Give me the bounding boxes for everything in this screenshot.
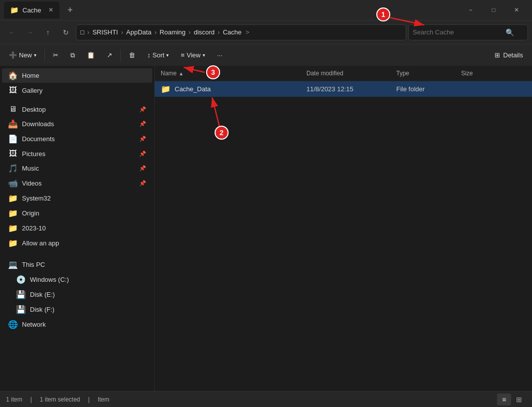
sidebar-item-downloads[interactable]: 📥 Downloads 📌 <box>2 117 152 131</box>
folder-icon: 📁 <box>161 84 171 94</box>
view-label: View <box>187 51 201 59</box>
title-bar: 📁 Cache ✕ + − □ ✕ <box>0 0 532 20</box>
gallery-icon: 🖼 <box>8 86 18 95</box>
sidebar-item-music[interactable]: 🎵 Music 📌 <box>2 161 152 176</box>
copy-button[interactable]: ⧉ <box>65 49 80 62</box>
col-type-header[interactable]: Type <box>396 68 461 79</box>
status-count: 1 item <box>6 396 22 403</box>
tab-cache[interactable]: 📁 Cache ✕ <box>4 1 59 18</box>
file-type-cell: File folder <box>396 85 461 93</box>
sidebar-label-downloads: Downloads <box>22 120 135 128</box>
sidebar-item-pictures[interactable]: 🖼 Pictures 📌 <box>2 147 152 161</box>
2023-10-icon: 📁 <box>8 223 18 233</box>
pictures-icon: 🖼 <box>8 149 18 158</box>
main-layout: 🏠 Home 🖼 Gallery 🖥 Desktop 📌 📥 Downloads… <box>0 66 532 391</box>
toolbar-divider-1 <box>44 49 45 61</box>
more-button[interactable]: ··· <box>212 49 228 61</box>
sidebar-item-allow-app[interactable]: 📁 Allow an app <box>2 236 152 250</box>
breadcrumb-srishti[interactable]: SRISHTI <box>92 28 118 36</box>
search-input[interactable] <box>413 28 503 36</box>
sidebar-label-network: Network <box>22 321 146 328</box>
col-size-header[interactable]: Size <box>461 68 501 79</box>
breadcrumb-discord[interactable]: discord <box>194 28 215 36</box>
paste-button[interactable]: 📋 <box>82 49 100 61</box>
sidebar-label-disk-e: Disk (E:) <box>30 291 146 298</box>
sidebar-item-disk-f[interactable]: 💾 Disk (F:) <box>2 302 152 317</box>
tab-folder-icon: 📁 <box>10 6 18 14</box>
home-icon: 🏠 <box>8 71 18 80</box>
sidebar-item-network[interactable]: 🌐 Network <box>2 317 152 332</box>
status-selected: 1 item selected <box>40 396 80 403</box>
annotation-3: 3 <box>206 65 220 79</box>
sidebar-label-music: Music <box>22 165 135 172</box>
music-icon: 🎵 <box>8 164 18 173</box>
grid-view-button[interactable]: ⊞ <box>512 394 526 406</box>
maximize-button[interactable]: □ <box>482 0 505 20</box>
window-controls: − □ ✕ <box>459 0 528 20</box>
view-button[interactable]: ≡ View ▾ <box>176 49 210 61</box>
sidebar-item-windows-c[interactable]: 💿 Windows (C:) <box>2 272 152 287</box>
close-button[interactable]: ✕ <box>505 0 528 20</box>
status-separator2: | <box>88 396 90 403</box>
back-button[interactable]: ← <box>4 24 20 40</box>
annotation-2: 2 <box>215 126 229 140</box>
sort-icon: ↕ <box>147 51 151 59</box>
file-name-cell: 📁 Cache_Data <box>161 84 306 94</box>
sidebar-item-videos[interactable]: 📹 Videos 📌 <box>2 176 152 191</box>
minimize-button[interactable]: − <box>459 0 482 20</box>
sidebar-label-2023-10: 2023-10 <box>22 224 146 232</box>
sidebar: 🏠 Home 🖼 Gallery 🖥 Desktop 📌 📥 Downloads… <box>0 66 155 391</box>
view-toggle: ≡ ⊞ <box>497 394 526 406</box>
sidebar-label-allow-app: Allow an app <box>22 239 146 247</box>
new-label: New <box>19 51 32 59</box>
col-name-header[interactable]: Name ▲ <box>161 68 306 79</box>
sidebar-item-documents[interactable]: 📄 Documents 📌 <box>2 132 152 146</box>
paste-icon: 📋 <box>87 51 95 59</box>
breadcrumb-path-icon: □ <box>80 28 84 36</box>
sidebar-item-system32[interactable]: 📁 System32 <box>2 191 152 205</box>
address-bar-row: ← → ↑ ↻ □ › SRISHTI › AppData › Roaming … <box>0 20 532 44</box>
sort-button[interactable]: ↕ Sort ▾ <box>142 49 174 61</box>
sidebar-item-desktop[interactable]: 🖥 Desktop 📌 <box>2 102 152 116</box>
tab-close-button[interactable]: ✕ <box>48 6 53 13</box>
forward-button[interactable]: → <box>22 24 38 40</box>
list-view-button[interactable]: ≡ <box>497 394 511 406</box>
breadcrumb-cache[interactable]: Cache <box>223 28 242 36</box>
new-button[interactable]: ➕ New ▾ <box>4 49 41 61</box>
up-button[interactable]: ↑ <box>40 24 56 40</box>
sidebar-label-pictures: Pictures <box>22 150 135 158</box>
view-dropdown-icon: ▾ <box>203 52 205 58</box>
col-date-header[interactable]: Date modified <box>306 68 396 79</box>
sidebar-item-home[interactable]: 🏠 Home <box>2 68 152 83</box>
sidebar-item-2023-10[interactable]: 📁 2023-10 <box>2 221 152 235</box>
thispc-icon: 💻 <box>8 260 18 269</box>
delete-button[interactable]: 🗑 <box>124 49 140 61</box>
address-expand-button[interactable]: > <box>246 28 250 36</box>
cut-button[interactable]: ✂ <box>48 49 63 61</box>
breadcrumb-appdata[interactable]: AppData <box>126 28 152 36</box>
file-date-cell: 11/8/2023 12:15 <box>306 85 396 93</box>
breadcrumb-roaming[interactable]: Roaming <box>160 28 186 36</box>
desktop-icon: 🖥 <box>8 105 18 114</box>
address-box[interactable]: □ › SRISHTI › AppData › Roaming › discor… <box>76 24 406 40</box>
sidebar-item-disk-e[interactable]: 💾 Disk (E:) <box>2 287 152 302</box>
sidebar-label-videos: Videos <box>22 180 135 187</box>
details-button[interactable]: ⊞ Details <box>490 49 528 61</box>
windows-c-icon: 💿 <box>16 275 26 284</box>
table-row[interactable]: 📁 Cache_Data 11/8/2023 12:15 File folder <box>155 81 532 97</box>
cut-icon: ✂ <box>53 51 58 59</box>
refresh-button[interactable]: ↻ <box>58 24 74 40</box>
view-icon: ≡ <box>181 51 185 59</box>
file-list: Name ▲ Date modified Type Size 📁 Cache_D… <box>155 66 532 391</box>
new-tab-button[interactable]: + <box>63 3 77 17</box>
desktop-pin-icon: 📌 <box>139 106 146 113</box>
pictures-pin-icon: 📌 <box>139 151 146 157</box>
sidebar-item-thispc[interactable]: 💻 This PC <box>2 257 152 272</box>
sidebar-item-gallery[interactable]: 🖼 Gallery <box>2 83 152 97</box>
share-button[interactable]: ↗ <box>102 49 117 61</box>
sidebar-item-origin[interactable]: 📁 Origin <box>2 206 152 220</box>
search-box[interactable]: 🔍 <box>408 24 528 40</box>
toolbar-divider-2 <box>120 49 121 61</box>
details-icon: ⊞ <box>495 51 500 59</box>
new-dropdown-icon: ▾ <box>34 52 36 58</box>
